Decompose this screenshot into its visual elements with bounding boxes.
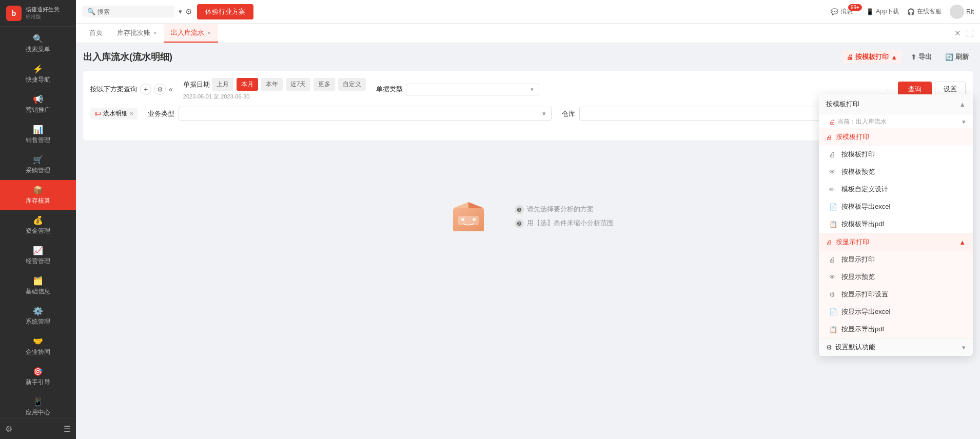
- date-this-month-btn[interactable]: 本月: [237, 78, 258, 91]
- sidebar-item-base[interactable]: 🗂️ 基础信息: [0, 271, 76, 301]
- tab-home[interactable]: 首页: [82, 24, 110, 43]
- export-button[interactable]: ⬆ 导出: [907, 50, 936, 64]
- sidebar-item-sales[interactable]: 📊 销售管理: [0, 119, 76, 150]
- query-label: 按以下方案查询: [90, 85, 137, 94]
- online-service-label: 在线客服: [917, 7, 942, 16]
- filter-add-button[interactable]: +: [140, 84, 151, 95]
- search-box[interactable]: 🔍: [82, 6, 174, 17]
- business-type-arrow-icon: ▾: [542, 110, 546, 117]
- empty-tip-1: ❶ 请先选择要分析的方案: [515, 205, 614, 214]
- sidebar-item-inventory[interactable]: 📦 库存核算: [0, 180, 76, 210]
- tab-batch-label: 库存批次账: [117, 28, 150, 37]
- filter-collapse-icon[interactable]: «: [169, 85, 173, 93]
- date-more-btn[interactable]: 更多: [313, 78, 335, 91]
- window-close-button[interactable]: ✕: [954, 29, 961, 38]
- sidebar-item-label: 应用中心: [26, 408, 50, 417]
- message-button[interactable]: 💬 消息 99+: [831, 7, 858, 16]
- tag-icon: 🏷: [94, 110, 101, 117]
- template-print-section: 🖨 按模板打印 🖨 按模板打印 👁 按模板预览 ✏ 模板自定义设计: [819, 128, 973, 233]
- settings-icon[interactable]: ⚙: [5, 424, 12, 434]
- export-label: 导出: [918, 52, 932, 62]
- date-this-year-btn[interactable]: 本年: [261, 78, 283, 91]
- date-last-month-btn[interactable]: 上月: [212, 78, 233, 91]
- sidebar-item-marketing[interactable]: 📢 营销推广: [0, 89, 76, 119]
- display-print-item-icon: 🖨: [829, 256, 837, 264]
- sidebar-item-purchase[interactable]: 🛒 采购管理: [0, 150, 76, 180]
- empty-tips: ❶ 请先选择要分析的方案 ❷ 用【选】条件来缩小分析范围: [515, 205, 614, 232]
- doc-type-arrow-icon: ▾: [531, 86, 534, 93]
- sidebar-item-finance[interactable]: 💰 资金管理: [0, 210, 76, 241]
- display-print-settings-item[interactable]: ⚙ 按显示打印设置: [819, 286, 973, 303]
- filter-setting-button[interactable]: ⚙: [154, 84, 166, 95]
- display-print-item[interactable]: 🖨 按显示打印: [819, 251, 973, 268]
- display-export-excel-item[interactable]: 📄 按显示导出excel: [819, 303, 973, 321]
- display-preview-item[interactable]: 👁 按显示预览: [819, 268, 973, 286]
- svg-marker-2: [468, 202, 484, 208]
- topbar-settings-icon[interactable]: ⚙: [185, 7, 192, 16]
- print-button[interactable]: 🖨 按模板打印 ▲: [842, 50, 901, 64]
- display-pdf-label: 按显示导出pdf: [841, 325, 884, 334]
- warehouse-label: 仓库: [562, 109, 575, 118]
- tab-flow-label: 出入库流水: [171, 28, 204, 37]
- sidebar-item-search[interactable]: 🔍 搜索菜单: [0, 29, 76, 59]
- sidebar-item-operation[interactable]: 📈 经营管理: [0, 241, 76, 271]
- doc-type-select[interactable]: ▾: [406, 84, 539, 95]
- tag-filter[interactable]: 🏷 流水明细 ×: [90, 108, 138, 119]
- topbar-dropdown-arrow[interactable]: ▾: [179, 8, 182, 15]
- display-export-pdf-item[interactable]: 📋 按显示导出pdf: [819, 321, 973, 338]
- tag-close-icon[interactable]: ×: [130, 110, 133, 117]
- app-download-button[interactable]: 📱 App下载: [866, 7, 899, 16]
- template-export-pdf-item[interactable]: 📋 按模板导出pdf: [819, 215, 973, 233]
- refresh-button[interactable]: 🔄 刷新: [941, 50, 973, 64]
- sidebar-item-quick-nav[interactable]: ⚡ 快捷导航: [0, 59, 76, 89]
- template-print-item[interactable]: 🖨 按模板打印: [819, 146, 973, 163]
- menu-toggle-icon[interactable]: ☰: [64, 424, 71, 434]
- excel-item-icon: 📄: [829, 203, 837, 211]
- sidebar-item-app-center[interactable]: 📱 应用中心: [0, 392, 76, 418]
- base-icon: 🗂️: [33, 276, 43, 286]
- display-print-header[interactable]: 🖨 按显示打印 ▲: [819, 233, 973, 251]
- dropdown-collapse-icon[interactable]: ▲: [959, 101, 966, 108]
- headset-icon: 🎧: [907, 8, 915, 15]
- tab-flow-close[interactable]: ×: [207, 30, 210, 36]
- user-area[interactable]: Rit: [950, 5, 974, 19]
- avatar: [950, 5, 964, 19]
- window-expand-button[interactable]: ⛶: [966, 29, 974, 37]
- empty-illustration: [443, 188, 494, 239]
- tip-number-1: ❶: [515, 205, 524, 214]
- business-type-filter: 业务类型 ▾: [148, 107, 552, 121]
- business-type-select[interactable]: ▾: [179, 107, 552, 121]
- dropdown-header: 按模板打印 ▲: [819, 94, 973, 114]
- online-service-button[interactable]: 🎧 在线客服: [907, 7, 942, 16]
- template-export-excel-item[interactable]: 📄 按模板导出excel: [819, 198, 973, 215]
- tab-batch-close[interactable]: ×: [153, 30, 156, 36]
- dropdown-panel: 按模板打印 ▲ 🖨 当前：出入库流水 ▾ 🖨 按模板打印: [819, 94, 973, 356]
- dropdown-footer[interactable]: ⚙ 设置默认功能 ▾: [819, 338, 973, 356]
- sidebar-item-label: 资金管理: [26, 227, 50, 235]
- sidebar-item-label: 经营管理: [26, 257, 50, 266]
- tab-flow[interactable]: 出入库流水 ×: [164, 24, 218, 43]
- search-input[interactable]: [97, 8, 169, 15]
- current-label: 🖨 当前：出入库流水 ▾: [819, 114, 973, 128]
- sidebar-item-guide[interactable]: 🎯 新手引导: [0, 362, 76, 392]
- current-arrow[interactable]: ▾: [962, 118, 966, 126]
- template-design-item[interactable]: ✏ 模板自定义设计: [819, 181, 973, 198]
- username: Rit: [966, 8, 974, 15]
- tab-batch[interactable]: 库存批次账 ×: [110, 24, 164, 43]
- display-excel-label: 按显示导出excel: [841, 307, 890, 316]
- search-nav-icon: 🔍: [33, 34, 43, 44]
- page-actions: 🖨 按模板打印 ▲ ⬆ 导出 🔄 刷新: [842, 50, 973, 64]
- template-print-header[interactable]: 🖨 按模板打印: [819, 128, 973, 146]
- sidebar: b 畅捷通好生意 标准版 🔍 搜索菜单 ⚡ 快捷导航 📢 营销推广 📊 销售管理…: [0, 0, 76, 439]
- date-custom-btn[interactable]: 自定义: [338, 78, 366, 91]
- date-last-7-days-btn[interactable]: 近7天: [286, 78, 311, 91]
- template-preview-item[interactable]: 👁 按模板预览: [819, 163, 973, 181]
- print-item-icon: 🖨: [829, 151, 837, 158]
- industry-solution-button[interactable]: 体验行业方案: [197, 4, 253, 19]
- sidebar-item-enterprise[interactable]: 🤝 企业协同: [0, 331, 76, 362]
- display-print-collapse-icon[interactable]: ▲: [959, 238, 966, 246]
- sidebar-item-system[interactable]: ⚙️ 系统管理: [0, 301, 76, 331]
- more-dots[interactable]: ···: [886, 86, 895, 93]
- topbar-right: 💬 消息 99+ 📱 App下载 🎧 在线客服 Rit: [831, 5, 974, 19]
- search-topbar-icon: 🔍: [87, 8, 95, 15]
